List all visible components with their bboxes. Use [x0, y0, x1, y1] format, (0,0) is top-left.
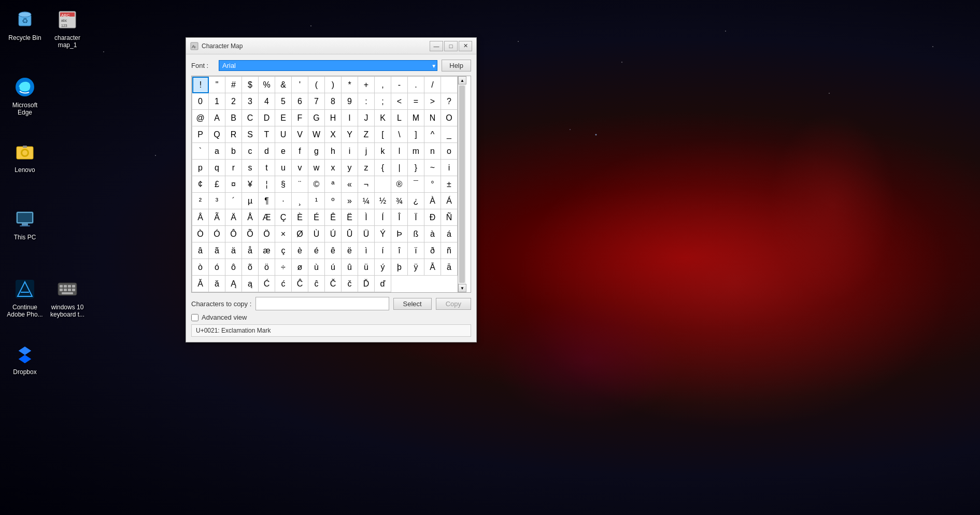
char-cell[interactable]: î — [391, 242, 408, 259]
char-cell[interactable]: ª — [325, 176, 342, 193]
char-cell[interactable]: í — [375, 242, 391, 259]
char-cell[interactable]: ÿ — [408, 259, 424, 276]
desktop-icon-recycle-bin[interactable]: ♻ Recycle Bin — [4, 5, 46, 44]
maximize-button[interactable]: □ — [444, 41, 458, 51]
char-cell[interactable]: ÷ — [275, 259, 292, 276]
char-cell[interactable]: ? — [441, 93, 458, 110]
help-button[interactable]: Help — [442, 60, 471, 71]
desktop-icon-this-pc[interactable]: This PC — [4, 205, 46, 243]
char-cell[interactable]: P — [192, 126, 209, 143]
char-cell[interactable]: y — [342, 160, 358, 176]
char-cell[interactable]: Z — [358, 126, 375, 143]
select-button[interactable]: Select — [393, 298, 432, 310]
char-cell[interactable]: a — [209, 143, 225, 160]
char-cell[interactable]: < — [391, 93, 408, 110]
char-cell[interactable]: ­ — [375, 176, 391, 193]
char-cell[interactable]: ² — [192, 193, 209, 209]
char-cell[interactable]: ¬ — [358, 176, 375, 193]
char-cell[interactable]: ď — [375, 276, 391, 292]
char-cell[interactable]: 8 — [325, 93, 342, 110]
char-cell[interactable]: Ì — [358, 209, 375, 226]
char-cell[interactable]: ú — [325, 259, 342, 276]
char-cell[interactable]: ā — [441, 259, 458, 276]
char-cell[interactable]: 0 — [192, 93, 209, 110]
char-cell[interactable]: ¼ — [358, 193, 375, 209]
char-cell[interactable]: Õ — [242, 226, 259, 242]
char-cell[interactable]: q — [209, 160, 225, 176]
char-cell[interactable]: o — [441, 143, 458, 160]
char-cell[interactable]: Ò — [192, 226, 209, 242]
desktop-icon-edge[interactable]: Microsoft Edge — [4, 73, 46, 119]
char-cell[interactable]: Ç — [275, 209, 292, 226]
char-cell[interactable]: Ð — [424, 209, 441, 226]
char-cell[interactable]: V — [292, 126, 308, 143]
char-cell[interactable]: d — [259, 143, 275, 160]
char-cell[interactable]: ® — [391, 176, 408, 193]
char-cell[interactable]: B — [225, 110, 242, 126]
char-cell[interactable]: l — [391, 143, 408, 160]
char-cell[interactable]: ¶ — [259, 193, 275, 209]
char-cell[interactable]: ä — [225, 242, 242, 259]
char-cell[interactable]: e — [275, 143, 292, 160]
char-cell[interactable]: ì — [358, 242, 375, 259]
desktop-icon-win10kb[interactable]: windows 10 keyboard t... — [47, 275, 88, 321]
char-cell[interactable]: / — [424, 77, 441, 93]
char-cell[interactable]: K — [375, 110, 391, 126]
char-cell[interactable]: " — [209, 77, 225, 93]
char-cell[interactable]: p — [192, 160, 209, 176]
char-cell[interactable]: f — [292, 143, 308, 160]
char-cell[interactable]: > — [424, 93, 441, 110]
char-cell[interactable]: ] — [408, 126, 424, 143]
char-cell[interactable]: @ — [192, 110, 209, 126]
desktop-icon-lenovo[interactable]: Lenovo — [4, 137, 46, 176]
scroll-up-arrow[interactable]: ▲ — [458, 76, 466, 84]
char-cell[interactable]: Ć — [259, 276, 275, 292]
char-cell[interactable]: « — [342, 176, 358, 193]
char-cell[interactable]: . — [408, 77, 424, 93]
scrollbar[interactable]: ▲ ▼ — [458, 76, 466, 292]
char-cell[interactable]: ø — [292, 259, 308, 276]
characters-to-copy-input[interactable] — [255, 297, 389, 310]
scroll-thumb[interactable] — [459, 85, 465, 283]
char-cell[interactable]: ç — [275, 242, 292, 259]
char-cell[interactable]: Ď — [358, 276, 375, 292]
char-cell[interactable]: t — [259, 160, 275, 176]
char-cell[interactable]: č — [342, 276, 358, 292]
char-cell[interactable]: C — [242, 110, 259, 126]
char-cell[interactable]: » — [342, 193, 358, 209]
char-cell[interactable]: ê — [325, 242, 342, 259]
char-cell[interactable]: ô — [225, 259, 242, 276]
char-cell[interactable]: £ — [209, 176, 225, 193]
char-cell[interactable]: ¤ — [225, 176, 242, 193]
char-cell[interactable]: Ĉ — [292, 276, 308, 292]
minimize-button[interactable]: — — [430, 41, 443, 51]
char-cell[interactable]: Ê — [325, 209, 342, 226]
char-cell[interactable]: Á — [441, 193, 458, 209]
char-cell[interactable]: % — [259, 77, 275, 93]
char-cell[interactable]: à — [424, 226, 441, 242]
scroll-down-arrow[interactable]: ▼ — [458, 284, 466, 292]
char-cell[interactable]: Ă — [192, 276, 209, 292]
char-cell[interactable]: M — [408, 110, 424, 126]
char-cell[interactable]: þ — [391, 259, 408, 276]
char-cell[interactable]: Y — [342, 126, 358, 143]
char-cell[interactable]: : — [358, 93, 375, 110]
char-cell[interactable]: ß — [408, 226, 424, 242]
char-cell[interactable]: é — [308, 242, 325, 259]
char-cell[interactable]: Ü — [358, 226, 375, 242]
char-cell[interactable]: O — [441, 110, 458, 126]
char-cell[interactable]: ´ — [225, 193, 242, 209]
char-cell[interactable]: \ — [391, 126, 408, 143]
char-cell[interactable]: c — [242, 143, 259, 160]
char-cell[interactable]: 3 — [242, 93, 259, 110]
char-cell[interactable]: { — [375, 160, 391, 176]
char-cell[interactable]: 9 — [342, 93, 358, 110]
char-cell[interactable]: r — [225, 160, 242, 176]
char-cell[interactable]: ï — [408, 242, 424, 259]
char-cell[interactable]: Č — [325, 276, 342, 292]
char-cell[interactable]: X — [325, 126, 342, 143]
char-cell[interactable]: ü — [358, 259, 375, 276]
char-cell[interactable]: i — [441, 160, 458, 176]
char-cell[interactable]: L — [391, 110, 408, 126]
char-cell[interactable]: ; — [375, 93, 391, 110]
